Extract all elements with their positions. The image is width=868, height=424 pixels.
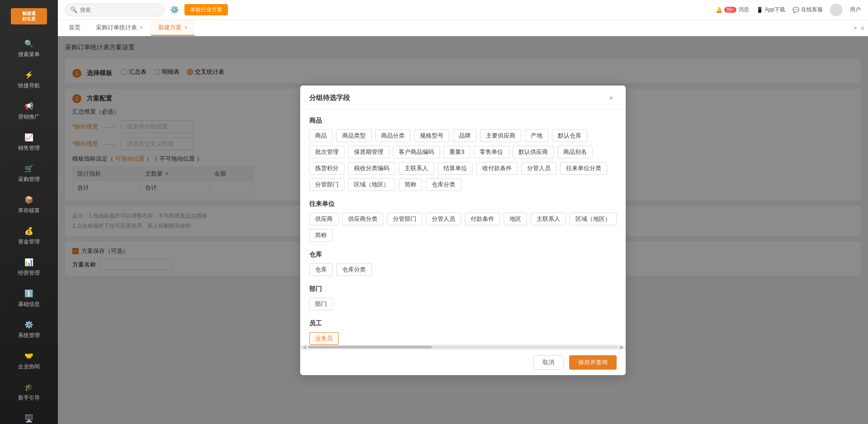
staff-fields: 业务员 [309, 332, 617, 345]
top-header: 🔍 ⚙️ 体验行业方案 🔔 99+ 消息 📱 App下载 💬 在线客服 [58, 0, 868, 20]
trial-button[interactable]: 体验行业方案 [184, 4, 228, 15]
field-dept[interactable]: 分管部门 [309, 178, 344, 191]
staff-title: 员工 [309, 319, 617, 328]
field-origin[interactable]: 产地 [525, 129, 548, 142]
tab-bar-menu-icon[interactable]: ≡ [861, 24, 864, 32]
field-abbr2[interactable]: 简称 [309, 229, 333, 242]
header-search-box[interactable]: 🔍 [65, 4, 165, 16]
sidebar-item-guide[interactable]: 🎓 新手引导 [0, 376, 58, 407]
online-support-label: 在线客服 [801, 6, 823, 14]
field-dept2[interactable]: 分管部门 [387, 213, 422, 225]
field-goods[interactable]: 商品 [309, 129, 333, 142]
field-main-contact[interactable]: 主联系人 [399, 162, 434, 175]
sidebar-item-purchase[interactable]: 🛒 采购管理 [0, 157, 58, 189]
field-batch-mgmt[interactable]: 批次管理 [309, 146, 344, 158]
field-weight3[interactable]: 重量3 [443, 146, 470, 158]
field-goods-type[interactable]: 商品类型 [336, 129, 372, 142]
sidebar-item-label: 营销推广 [18, 113, 40, 121]
main-area: 🔍 ⚙️ 体验行业方案 🔔 99+ 消息 📱 App下载 💬 在线客服 [58, 0, 868, 424]
info-icon: ℹ️ [24, 288, 34, 299]
download-icon: 📱 [756, 7, 763, 13]
field-payment-terms[interactable]: 收付款条件 [476, 162, 518, 175]
field-spec-model[interactable]: 规格型号 [414, 129, 449, 142]
tab-new-plan[interactable]: 新建方案 × [151, 20, 195, 36]
message-icon: 🔔 [716, 7, 722, 13]
sidebar-item-system[interactable]: ⚙️ 系统管理 [0, 314, 58, 345]
goods-title: 商品 [309, 117, 617, 125]
tab-bar-close-icon[interactable]: × [854, 24, 857, 32]
field-default-warehouse[interactable]: 默认仓库 [552, 129, 587, 142]
field-brand[interactable]: 品牌 [453, 129, 476, 142]
settings-gear-icon[interactable]: ⚙️ [170, 5, 179, 14]
sidebar-item-inventory[interactable]: 📦 库存核算 [0, 189, 58, 220]
sidebar-item-app-center[interactable]: 🖥️ 应用中心 [0, 407, 58, 424]
field-partner-category[interactable]: 往来单位分类 [560, 162, 607, 175]
field-warehouse[interactable]: 仓库 [309, 263, 333, 276]
goods-section: 商品 商品 商品类型 商品分类 规格型号 品牌 主要供应商 产地 默认仓库 批次… [309, 117, 617, 191]
field-goods-category[interactable]: 商品分类 [375, 129, 410, 142]
partner-fields: 供应商 供应商分类 分管部门 分管人员 付款条件 地区 主联系人 区域（地区） … [309, 213, 617, 242]
warehouse-title: 仓库 [309, 251, 617, 259]
field-area[interactable]: 地区 [504, 213, 527, 225]
logo-img: 畅捷通好生意 [11, 8, 47, 24]
field-warehouse-category[interactable]: 仓库分类 [336, 263, 372, 276]
field-supplier[interactable]: 供应商 [309, 213, 339, 225]
sidebar-item-enterprise[interactable]: 🤝 企业协同 [0, 345, 58, 376]
online-support-group[interactable]: 💬 在线客服 [793, 6, 823, 14]
tab-home[interactable]: 首页 [61, 20, 88, 36]
enterprise-icon: 🤝 [24, 350, 34, 361]
sidebar-item-operations[interactable]: 📊 经营管理 [0, 251, 58, 282]
field-customer-code[interactable]: 客户商品编码 [393, 146, 440, 158]
field-department[interactable]: 部门 [309, 298, 333, 310]
field-tax-code[interactable]: 税收分类编码 [348, 162, 395, 175]
staff-section: 员工 业务员 [309, 319, 617, 345]
field-warehouse-cat[interactable]: 仓库分类 [426, 178, 461, 191]
field-salesperson[interactable]: 业务员 [309, 332, 339, 345]
sidebar-item-label: 新手引导 [18, 394, 40, 402]
sidebar-item-finance[interactable]: 💰 资金管理 [0, 220, 58, 251]
search-input[interactable] [80, 7, 160, 13]
field-supervisor[interactable]: 分管人员 [521, 162, 557, 175]
sidebar-item-label: 销售管理 [18, 144, 40, 152]
field-supervisor2[interactable]: 分管人员 [426, 213, 461, 225]
message-icon-group[interactable]: 🔔 99+ 消息 [716, 6, 749, 14]
field-pick-points[interactable]: 拣货积分 [309, 162, 344, 175]
modal-overlay: 分组待选字段 × 商品 商品 商品类型 商品分类 规格型号 [58, 36, 868, 424]
dialog-title: 分组待选字段 [309, 94, 350, 102]
dialog-hscrollbar[interactable]: ◀ ▶ [300, 345, 626, 349]
field-main-contact2[interactable]: 主联系人 [531, 213, 566, 225]
field-payment-cond[interactable]: 付款条件 [465, 213, 500, 225]
save-button[interactable]: 保存并查询 [569, 355, 617, 370]
app-icon: 🖥️ [24, 413, 34, 424]
cancel-button[interactable]: 取消 [533, 355, 564, 370]
field-default-supplier[interactable]: 默认供应商 [513, 146, 554, 158]
field-expiry-mgmt[interactable]: 保质期管理 [348, 146, 389, 158]
sidebar-item-marketing[interactable]: 📢 营销推广 [0, 95, 58, 126]
field-retail-unit[interactable]: 零售单位 [474, 146, 509, 158]
tab-purchase-close[interactable]: × [140, 24, 143, 31]
app-download-label: App下载 [765, 6, 785, 14]
sidebar-item-label: 库存核算 [18, 207, 40, 214]
field-region[interactable]: 区域（地区） [348, 178, 395, 191]
tab-purchase-order[interactable]: 采购订单统计表 × [89, 20, 150, 36]
sidebar-item-label: 基础信息 [18, 300, 40, 308]
sidebar-item-sales[interactable]: 📈 销售管理 [0, 126, 58, 157]
sidebar-item-search[interactable]: 🔍 搜索菜单 [0, 33, 58, 64]
field-goods-alias[interactable]: 商品别名 [557, 146, 593, 158]
sidebar-item-basic-info[interactable]: ℹ️ 基础信息 [0, 282, 58, 314]
user-avatar[interactable] [830, 4, 843, 16]
department-section: 部门 部门 [309, 285, 617, 310]
field-region2[interactable]: 区域（地区） [570, 213, 617, 225]
sidebar-item-quick-nav[interactable]: ⚡ 快捷导航 [0, 64, 58, 95]
tab-new-plan-close[interactable]: × [184, 24, 188, 31]
field-settlement-unit[interactable]: 结算单位 [438, 162, 473, 175]
app-download-group[interactable]: 📱 App下载 [756, 6, 785, 14]
field-supplier-category[interactable]: 供应商分类 [342, 213, 383, 225]
field-abbr[interactable]: 简称 [399, 178, 422, 191]
search-icon: 🔍 [24, 38, 34, 49]
field-main-supplier[interactable]: 主要供应商 [480, 129, 521, 142]
dialog-close-button[interactable]: × [606, 93, 617, 104]
search-icon: 🔍 [70, 6, 77, 13]
warehouse-fields: 仓库 仓库分类 [309, 263, 617, 276]
hscroll-thumb[interactable] [308, 346, 432, 348]
